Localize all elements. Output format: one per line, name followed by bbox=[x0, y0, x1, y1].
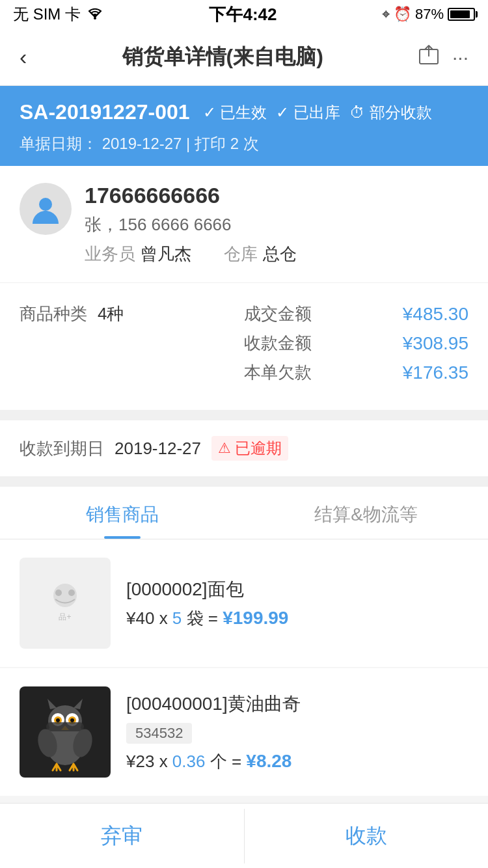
qty-2: 0.36 bbox=[172, 752, 206, 771]
product-image-2 bbox=[20, 686, 111, 778]
battery-icon bbox=[448, 8, 475, 21]
location-icon: ⌖ bbox=[382, 6, 390, 23]
tabs-section: 销售商品 结算&物流等 bbox=[0, 487, 488, 539]
product-type-item: 商品种类 4种 bbox=[20, 303, 244, 325]
overdue-badge: ⚠ 已逾期 bbox=[211, 436, 288, 461]
product-batch-2: 534532 bbox=[126, 723, 192, 744]
price-1: ¥40 bbox=[126, 608, 154, 628]
tag-effective: ✓ 已生效 bbox=[203, 102, 267, 123]
price-2: ¥23 bbox=[126, 752, 154, 771]
status-left: 无 SIM 卡 bbox=[13, 4, 104, 25]
page-title: 销货单详情(来自电脑) bbox=[122, 43, 323, 72]
due-section: 收款到期日 2019-12-27 ⚠ 已逾期 bbox=[0, 420, 488, 487]
qty-1: 5 bbox=[172, 608, 182, 628]
unit-2: 个 bbox=[210, 752, 227, 771]
product-name-2: [000400001]黄油曲奇 bbox=[126, 692, 468, 716]
product-type-label: 商品种类 bbox=[20, 303, 87, 325]
amount-owed-label: 本单欠款 bbox=[244, 361, 312, 384]
tab-settlement[interactable]: 结算&物流等 bbox=[244, 487, 488, 539]
product-price-2: ¥23 x 0.36 个 = ¥8.28 bbox=[126, 750, 468, 773]
product-image-1: 品+ bbox=[20, 558, 111, 649]
product-list: 品+ [0000002]面包 ¥40 x 5 袋 = ¥199.99 bbox=[0, 539, 488, 796]
equals-2: = bbox=[232, 752, 246, 771]
amount-collected-label: 收款金额 bbox=[244, 332, 312, 355]
product-placeholder-icon: 品+ bbox=[20, 558, 111, 649]
customer-meta: 业务员 曾凡杰 仓库 总仓 bbox=[85, 243, 468, 265]
amount-collected: 收款金额 ¥308.95 bbox=[244, 332, 468, 355]
svg-point-5 bbox=[68, 590, 75, 596]
alarm-icon: ⏰ bbox=[394, 6, 411, 23]
customer-info: 17666666666 张，156 6666 6666 业务员 曾凡杰 仓库 总… bbox=[85, 183, 468, 265]
equals-1: = bbox=[208, 608, 223, 628]
amount-deal-value: ¥485.30 bbox=[403, 304, 468, 325]
due-date: 2019-12-27 bbox=[115, 439, 201, 459]
svg-point-16 bbox=[56, 718, 60, 722]
banner-row1: SA-20191227-001 ✓ 已生效 ✓ 已出库 ⏱ 部分收款 bbox=[20, 100, 468, 124]
status-right: ⌖ ⏰ 87% bbox=[382, 6, 475, 23]
total-2: ¥8.28 bbox=[246, 751, 291, 771]
more-icon[interactable]: ··· bbox=[452, 46, 468, 68]
amount-deal-label: 成交金额 bbox=[244, 303, 312, 325]
list-item: 品+ [0000002]面包 ¥40 x 5 袋 = ¥199.99 bbox=[0, 539, 488, 667]
order-date: 2019-12-27 bbox=[102, 135, 182, 152]
share-icon[interactable] bbox=[418, 44, 439, 70]
battery-percent: 87% bbox=[415, 6, 444, 23]
tag-partial: ⏱ 部分收款 bbox=[349, 102, 432, 123]
collect-payment-button[interactable]: 收款 bbox=[245, 809, 489, 863]
back-button[interactable]: ‹ bbox=[20, 44, 27, 70]
stats-right: 成交金额 ¥485.30 收款金额 ¥308.95 本单欠款 ¥176.35 bbox=[244, 303, 468, 390]
unit-1: 袋 bbox=[187, 608, 204, 628]
customer-contact: 张，156 6666 6666 bbox=[85, 213, 468, 236]
due-label: 收款到期日 bbox=[20, 437, 104, 460]
date-label: 单据日期： bbox=[20, 135, 98, 152]
sales-value: 曾凡杰 bbox=[141, 243, 191, 265]
bottom-bar: 弃审 收款 bbox=[0, 803, 488, 868]
total-1: ¥199.99 bbox=[223, 608, 288, 628]
amount-owed: 本单欠款 ¥176.35 bbox=[244, 361, 468, 384]
product-type-value: 4种 bbox=[98, 303, 124, 325]
sales-person: 业务员 曾凡杰 bbox=[85, 243, 191, 265]
nav-bar: ‹ 销货单详情(来自电脑) ··· bbox=[0, 29, 488, 86]
cancel-review-button[interactable]: 弃审 bbox=[0, 809, 245, 863]
overdue-text: 已逾期 bbox=[235, 438, 282, 459]
header-banner: SA-20191227-001 ✓ 已生效 ✓ 已出库 ⏱ 部分收款 单据日期：… bbox=[0, 86, 488, 166]
amount-collected-value: ¥308.95 bbox=[403, 333, 468, 354]
amount-deal: 成交金额 ¥485.30 bbox=[244, 303, 468, 325]
status-time: 下午4:42 bbox=[209, 3, 277, 26]
status-bar: 无 SIM 卡 下午4:42 ⌖ ⏰ 87% bbox=[0, 0, 488, 29]
customer-name: 17666666666 bbox=[85, 183, 468, 208]
warehouse-label: 仓库 bbox=[224, 243, 258, 265]
carrier-text: 无 SIM 卡 bbox=[13, 4, 81, 25]
customer-section: 17666666666 张，156 6666 6666 业务员 曾凡杰 仓库 总… bbox=[0, 166, 488, 283]
print-info: | 打印 2 次 bbox=[186, 135, 259, 152]
product-name-1: [0000002]面包 bbox=[126, 577, 468, 602]
amount-owed-value: ¥176.35 bbox=[403, 362, 468, 383]
wifi-icon bbox=[86, 5, 104, 23]
warehouse: 仓库 总仓 bbox=[224, 243, 297, 265]
overdue-icon: ⚠ bbox=[218, 440, 231, 457]
multiply-1: x bbox=[159, 608, 172, 628]
stats-left: 商品种类 4种 bbox=[20, 303, 244, 390]
banner-tags: ✓ 已生效 ✓ 已出库 ⏱ 部分收款 bbox=[203, 102, 432, 123]
nav-actions: ··· bbox=[418, 44, 468, 70]
order-id: SA-20191227-001 bbox=[20, 100, 190, 124]
warehouse-value: 总仓 bbox=[263, 243, 297, 265]
svg-rect-19 bbox=[46, 722, 84, 731]
sales-label: 业务员 bbox=[85, 243, 135, 265]
tab-sales[interactable]: 销售商品 bbox=[0, 487, 244, 539]
product-info-2: [000400001]黄油曲奇 534532 ¥23 x 0.36 个 = ¥8… bbox=[126, 692, 468, 773]
banner-date-row: 单据日期： 2019-12-27 | 打印 2 次 bbox=[20, 133, 468, 154]
svg-point-4 bbox=[55, 590, 62, 596]
svg-point-0 bbox=[94, 17, 96, 20]
stats-section: 商品种类 4种 成交金额 ¥485.30 收款金额 ¥308.95 本单欠款 ¥… bbox=[0, 283, 488, 420]
svg-point-2 bbox=[39, 198, 52, 211]
list-item: [000400001]黄油曲奇 534532 ¥23 x 0.36 个 = ¥8… bbox=[0, 668, 488, 796]
svg-point-17 bbox=[70, 718, 74, 722]
tag-shipped: ✓ 已出库 bbox=[276, 102, 340, 123]
avatar bbox=[20, 183, 72, 235]
multiply-2: x bbox=[159, 752, 172, 771]
svg-text:品+: 品+ bbox=[59, 612, 71, 621]
product-price-1: ¥40 x 5 袋 = ¥199.99 bbox=[126, 607, 468, 630]
product-info-1: [0000002]面包 ¥40 x 5 袋 = ¥199.99 bbox=[126, 577, 468, 630]
